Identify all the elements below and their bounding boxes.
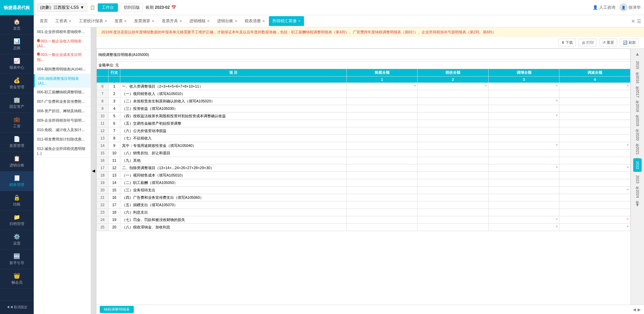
item-name-4[interactable]: （四）按权益法核算长期股权投资对初始投资成本调整确认收益 xyxy=(120,112,347,120)
sidebar-item-archive[interactable]: 📁归档管理 xyxy=(0,211,34,230)
scroll-right-icon[interactable]: ▶ xyxy=(638,307,641,312)
cell-2-3[interactable] xyxy=(559,97,631,105)
item-name-6[interactable]: （六）公允价值变动净损益 xyxy=(120,127,347,134)
tab-6[interactable]: 进销稽核✕ xyxy=(186,16,213,26)
form-list-item-4[interactable]: 005-纳税调整项目明细表(A1... xyxy=(34,74,91,88)
cell-12-2[interactable] xyxy=(488,171,559,179)
sidebar-item-tax[interactable]: 🧾税务管理 xyxy=(0,171,34,191)
form-list-item-6[interactable]: 007-广告费和业务宣传费附... xyxy=(34,97,91,106)
cell-18-0[interactable] xyxy=(346,216,418,223)
cell-17-2[interactable] xyxy=(488,209,559,216)
cell-7-2[interactable] xyxy=(488,134,559,142)
cell-15-1[interactable] xyxy=(418,194,489,201)
form-list-item-0[interactable]: 001-企业所得税年度纳税申... xyxy=(34,27,91,37)
cell-4-3[interactable] xyxy=(559,112,631,120)
refresh-button[interactable]: 🔄 刷新 xyxy=(620,39,639,46)
tab-5[interactable]: 发票开具✕ xyxy=(158,16,185,26)
cell-2-1[interactable] xyxy=(418,97,489,105)
year-scroll-down[interactable]: ▼ xyxy=(634,201,641,209)
form-list-item-5[interactable]: 006-职工薪酬纳税调整明细... xyxy=(34,88,91,97)
item-name-3[interactable]: （三）投资收益（填写A105030） xyxy=(120,105,347,112)
tab-close-8[interactable]: ✕ xyxy=(262,19,265,23)
item-name-19[interactable]: （八）税收滞纳金、加收利息 xyxy=(120,223,347,231)
year-item-4[interactable]: 2019年 xyxy=(633,115,642,129)
item-name-0[interactable]: 一、收入类调整项目（2+3+4+5+6+7+8+10+11） xyxy=(120,83,347,90)
tab-close-4[interactable]: ✕ xyxy=(152,19,154,23)
cell-0-0[interactable]: * xyxy=(346,83,418,90)
sidebar-item-report[interactable]: 📈报表中心 xyxy=(0,54,34,74)
cell-15-0[interactable] xyxy=(346,194,418,201)
cell-8-3[interactable]: * xyxy=(559,142,631,149)
tab-close-all-icon[interactable]: ✕ xyxy=(631,19,635,24)
sidebar-item-sales[interactable]: 📋进销台账 xyxy=(0,152,34,171)
cell-19-1[interactable] xyxy=(418,223,489,231)
form-list-item-1[interactable]: ⊘ 002-一般企业收入明细表(A1... xyxy=(34,37,91,50)
sidebar-item-settings[interactable]: ⚙️设置 xyxy=(0,230,34,250)
scroll-left-icon[interactable]: ◀ xyxy=(633,307,636,312)
cell-15-3[interactable] xyxy=(559,194,631,201)
cell-16-2[interactable] xyxy=(488,201,559,209)
service-button[interactable]: 👤 人工咨询 xyxy=(593,5,615,10)
print-button[interactable]: 🖨 打印 xyxy=(579,39,597,46)
cell-6-3[interactable] xyxy=(559,127,631,134)
item-name-13[interactable]: （二）职工薪酬（填写A105050） xyxy=(120,179,347,186)
cell-12-0[interactable] xyxy=(346,171,418,179)
cell-12-1[interactable] xyxy=(418,171,489,179)
cell-4-1[interactable] xyxy=(418,112,489,120)
tab-4[interactable]: 发票测算✕ xyxy=(131,16,158,26)
oldver-button[interactable]: 切到旧版 xyxy=(121,3,143,12)
cell-3-1[interactable] xyxy=(418,105,489,112)
item-name-11[interactable]: 二、扣除类调整项目（13+14+...24+26+27+28+29+30） xyxy=(120,164,347,171)
cell-11-3[interactable]: * xyxy=(559,164,631,171)
tab-close-6[interactable]: ✕ xyxy=(207,19,210,23)
cell-0-1[interactable]: * xyxy=(418,83,489,90)
collapse-handle[interactable]: ◀ xyxy=(91,27,96,314)
cell-9-1[interactable] xyxy=(418,149,489,157)
item-name-7[interactable]: （七）不征税收入 xyxy=(120,134,347,142)
cell-1-0[interactable] xyxy=(346,90,418,97)
item-name-10[interactable]: （九）其他 xyxy=(120,157,347,164)
cell-4-2[interactable]: * xyxy=(488,112,559,120)
tab-close-5[interactable]: ✕ xyxy=(179,19,182,23)
cell-2-0[interactable] xyxy=(346,97,418,105)
reset-button[interactable]: ↺ 重置 xyxy=(600,39,617,46)
year-item-1[interactable]: 2016年 xyxy=(633,72,642,86)
cell-18-3[interactable]: * xyxy=(559,216,631,223)
item-name-16[interactable]: （五）捐赠支出（填写A105070） xyxy=(120,201,347,209)
sidebar-item-capital[interactable]: 💰资金管理 xyxy=(0,74,34,93)
item-name-18[interactable]: （七）罚金、罚款和被没收财物的损失 xyxy=(120,216,347,223)
form-list-item-3[interactable]: 004-期间费用明细表(A1040... xyxy=(34,65,91,74)
sheet-tab[interactable]: 纳税调整明细表 xyxy=(100,306,134,313)
item-name-14[interactable]: （三）业务招待支出 xyxy=(120,186,347,194)
tab-close-7[interactable]: ✕ xyxy=(235,19,237,23)
form-list-item-2[interactable]: ⊘ 003-一般企业成本支出明细... xyxy=(34,50,91,65)
year-item-0[interactable]: 2015年 xyxy=(633,58,642,72)
item-name-5[interactable]: （五）交易性金融资产初始投资调整 xyxy=(120,120,347,127)
cell-1-2[interactable] xyxy=(488,90,559,97)
sidebar-item-ledger[interactable]: 📊总账 xyxy=(0,35,34,54)
tab-close-3[interactable]: ✕ xyxy=(124,19,127,23)
sheet-wrapper[interactable]: 纳税调整项目明细表(A105000)金额单位: 元行次项 目账载全额税收全额调增… xyxy=(96,49,631,305)
cell-12-3[interactable] xyxy=(559,171,631,179)
cell-16-1[interactable] xyxy=(418,201,489,209)
cell-14-0[interactable] xyxy=(346,186,418,194)
item-name-1[interactable]: （一）视同销售收入（填写A105010） xyxy=(120,90,347,97)
sidebar-item-newguide[interactable]: 🆕新手引导 xyxy=(0,250,34,269)
sidebar-item-closing[interactable]: 🔒结账 xyxy=(0,191,34,211)
cell-5-1[interactable] xyxy=(418,120,489,127)
item-name-12[interactable]: （一）视同销售成本（填写A105010） xyxy=(120,171,347,179)
tab-close-9[interactable]: ✕ xyxy=(298,19,301,23)
cell-19-2[interactable]: * xyxy=(488,223,559,231)
cell-14-2[interactable] xyxy=(488,186,559,194)
cell-4-0[interactable] xyxy=(346,112,418,120)
cell-1-1[interactable] xyxy=(418,90,489,97)
sidebar-item-assets[interactable]: 🏢固定资产 xyxy=(0,93,34,113)
cell-19-3[interactable]: * xyxy=(559,223,631,231)
cell-9-0[interactable] xyxy=(346,149,418,157)
cell-3-3[interactable] xyxy=(559,105,631,112)
year-scroll-up[interactable]: ▲ xyxy=(634,50,641,58)
cell-7-1[interactable] xyxy=(418,134,489,142)
year-item-2[interactable]: 2017年 xyxy=(633,87,642,100)
cell-19-0[interactable] xyxy=(346,223,418,231)
cell-11-2[interactable]: * xyxy=(488,164,559,171)
